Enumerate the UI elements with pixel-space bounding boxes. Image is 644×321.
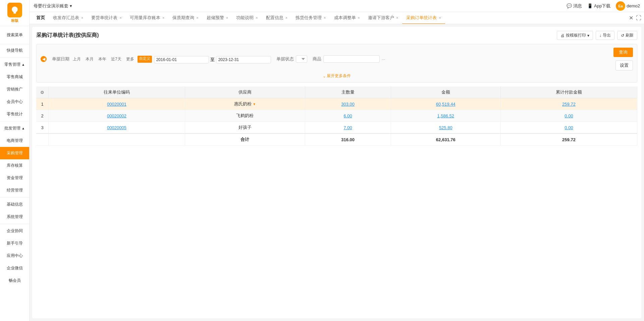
divider-1 bbox=[0, 57, 29, 58]
sidebar-item-finance-label: 资金管理 bbox=[7, 175, 23, 180]
sidebar-item-operation[interactable]: 经营管理 bbox=[0, 184, 29, 197]
refresh-button[interactable]: ↺ 刷新 bbox=[617, 31, 637, 40]
sidebar-item-newbie[interactable]: 新手引导 bbox=[0, 237, 29, 250]
sidebar-item-retail-stat[interactable]: 零售统计 bbox=[0, 108, 29, 120]
sidebar-item-marketing-label: 营销推广 bbox=[7, 87, 23, 92]
sidebar-item-finance[interactable]: 资金管理 bbox=[0, 172, 29, 184]
close-icon[interactable]: × bbox=[196, 16, 198, 20]
message-btn[interactable]: 💬 消息 bbox=[567, 3, 582, 9]
row1-code-link[interactable]: 00020001 bbox=[107, 102, 126, 107]
divider-2 bbox=[0, 121, 29, 121]
shortcut-this-year[interactable]: 本年 bbox=[97, 56, 108, 63]
query-button[interactable]: 查询 bbox=[613, 48, 633, 57]
sidebar-item-vip[interactable]: 畅会员 bbox=[0, 274, 29, 287]
sidebar-item-ecom[interactable]: 电商管理 bbox=[0, 135, 29, 147]
tab-chengben[interactable]: 成本调整单 × bbox=[330, 12, 364, 24]
print-button[interactable]: 🖨 按模板打印 ▾ bbox=[557, 31, 593, 40]
logo-area: 标版 bbox=[0, 0, 29, 26]
tab-chaochu[interactable]: 超储预警 × bbox=[203, 12, 232, 24]
sidebar-item-system[interactable]: 系统管理 bbox=[0, 211, 29, 223]
tab-gongneng[interactable]: 功能说明 × bbox=[232, 12, 262, 24]
tab-yaoqing[interactable]: 邀请下游客户 × bbox=[364, 12, 402, 24]
topbar-right: 💬 消息 📱 App下载 Ea demo2 bbox=[567, 1, 640, 11]
close-icon-active[interactable]: × bbox=[439, 16, 441, 20]
app-download-btn[interactable]: 📱 App下载 bbox=[587, 3, 610, 9]
row1-paid-link[interactable]: 259.72 bbox=[562, 102, 576, 107]
row2-paid-link[interactable]: 0.00 bbox=[565, 113, 573, 118]
sidebar-item-purchase[interactable]: 采购管理 bbox=[0, 147, 29, 159]
tab-peizhi[interactable]: 配置信息 × bbox=[262, 12, 291, 24]
close-icon[interactable]: × bbox=[324, 16, 326, 20]
row2-qty-link[interactable]: 6.00 bbox=[344, 113, 352, 118]
close-icon[interactable]: × bbox=[226, 16, 228, 20]
settings-button[interactable]: 设置 bbox=[615, 60, 633, 70]
tabs-close-all-icon[interactable]: ✕ bbox=[629, 15, 633, 21]
row2-amount: 1,586.52 bbox=[391, 110, 500, 122]
dropdown-icon: ▾ bbox=[70, 3, 72, 8]
row3-amount-link[interactable]: 525.80 bbox=[439, 125, 452, 130]
filter-area: ◀ 单据日期 上月 本月 本年 近7天 更多 自定义 bbox=[36, 44, 637, 83]
row3-code-link[interactable]: 00020005 bbox=[107, 125, 126, 130]
filter-collapse-button[interactable]: ◀ bbox=[41, 56, 47, 62]
sidebar-item-retail-shop-label: 零售商城 bbox=[7, 74, 23, 79]
sidebar-item-wechat[interactable]: 企业微信 bbox=[0, 262, 29, 274]
row1-supplier: 惠氏奶粉 ▼ bbox=[185, 98, 305, 110]
tabs-expand-icon[interactable]: ⛶ bbox=[636, 15, 641, 21]
shortcut-this-month[interactable]: 本月 bbox=[84, 56, 95, 63]
tab-shoufahuihui-label: 收发存汇总表 bbox=[53, 15, 79, 21]
export-button[interactable]: ↓ 导出 bbox=[596, 31, 614, 40]
print-dropdown-icon: ▾ bbox=[587, 33, 589, 38]
date-end-input[interactable] bbox=[216, 56, 271, 63]
sidebar-item-marketing[interactable]: 营销推广 bbox=[0, 83, 29, 96]
sidebar-item-inventory[interactable]: 库存核算 bbox=[0, 159, 29, 172]
close-icon[interactable]: × bbox=[285, 16, 287, 20]
sidebar-item-search[interactable]: 搜索菜单 bbox=[2, 29, 27, 41]
row3-paid-link[interactable]: 0.00 bbox=[565, 125, 573, 130]
close-icon[interactable]: × bbox=[396, 16, 398, 20]
close-icon[interactable]: × bbox=[81, 16, 83, 20]
sidebar-item-member[interactable]: 会员中心 bbox=[0, 96, 29, 108]
row1-amount-link[interactable]: 60,519.44 bbox=[436, 102, 455, 107]
shortcut-7days[interactable]: 近7天 bbox=[110, 56, 123, 63]
date-start-input[interactable] bbox=[154, 56, 209, 63]
close-icon[interactable]: × bbox=[162, 16, 164, 20]
tab-pihuo[interactable]: 拣货任务管理 × bbox=[291, 12, 330, 24]
tab-home[interactable]: 首页 bbox=[32, 12, 49, 24]
sidebar-item-enterprise[interactable]: 企业协同 bbox=[0, 225, 29, 237]
expand-more-button[interactable]: ⌄ 展开更多条件 bbox=[323, 73, 351, 79]
status-select[interactable] bbox=[296, 55, 307, 63]
close-icon[interactable]: × bbox=[256, 16, 258, 20]
col-paid: 累计付款金额 bbox=[500, 87, 637, 98]
sidebar-item-retail[interactable]: 零售管理 ▲ bbox=[0, 58, 29, 71]
row2-code-link[interactable]: 00020002 bbox=[107, 113, 126, 118]
close-icon[interactable]: × bbox=[119, 16, 121, 20]
sidebar-item-vip-label: 畅会员 bbox=[9, 278, 21, 283]
sidebar-item-appstore-label: 应用中心 bbox=[7, 253, 23, 258]
sidebar-item-quick[interactable]: 快捷导航 bbox=[0, 44, 29, 57]
workspace-selector[interactable]: 母婴行业演示账套 ▾ bbox=[34, 3, 72, 9]
shortcut-last-month[interactable]: 上月 bbox=[71, 56, 82, 63]
goods-more-icon[interactable]: ··· bbox=[382, 57, 385, 62]
tab-baozhi[interactable]: 保质期查询 × bbox=[168, 12, 202, 24]
close-icon[interactable]: × bbox=[358, 16, 360, 20]
tab-keyongliang[interactable]: 可用量库存账本 × bbox=[126, 12, 168, 24]
topbar-left: 母婴行业演示账套 ▾ bbox=[34, 3, 72, 9]
shortcut-more[interactable]: 更多 bbox=[125, 56, 136, 63]
user-area[interactable]: Ea demo2 bbox=[616, 1, 640, 11]
row2-amount-link[interactable]: 1,586.52 bbox=[437, 113, 454, 118]
row3-qty-link[interactable]: 7.00 bbox=[344, 125, 352, 130]
sidebar-item-retail-shop[interactable]: 零售商城 bbox=[0, 71, 29, 83]
user-initials: Ea bbox=[619, 4, 623, 8]
goods-input[interactable] bbox=[323, 55, 380, 63]
tab-shoufahuihui[interactable]: 收发存汇总表 × bbox=[49, 12, 87, 24]
tab-caigou[interactable]: 采购订单统计表 × bbox=[402, 12, 445, 24]
custom-date-tag: 自定义 bbox=[138, 56, 152, 63]
gear-icon[interactable]: ⚙ bbox=[40, 90, 44, 95]
sidebar-item-batch[interactable]: 批发管理 ▲ bbox=[0, 122, 29, 135]
sidebar-item-basic[interactable]: 基础信息 bbox=[0, 198, 29, 211]
sidebar-item-appstore[interactable]: 应用中心 bbox=[0, 250, 29, 262]
row1-qty-link[interactable]: 303.00 bbox=[341, 102, 355, 107]
sidebar-item-inventory-label: 库存核算 bbox=[7, 163, 23, 168]
tab-yaohuo[interactable]: 要货单统计表 × bbox=[87, 12, 125, 24]
row1-expand-icon[interactable]: ▼ bbox=[253, 102, 256, 106]
